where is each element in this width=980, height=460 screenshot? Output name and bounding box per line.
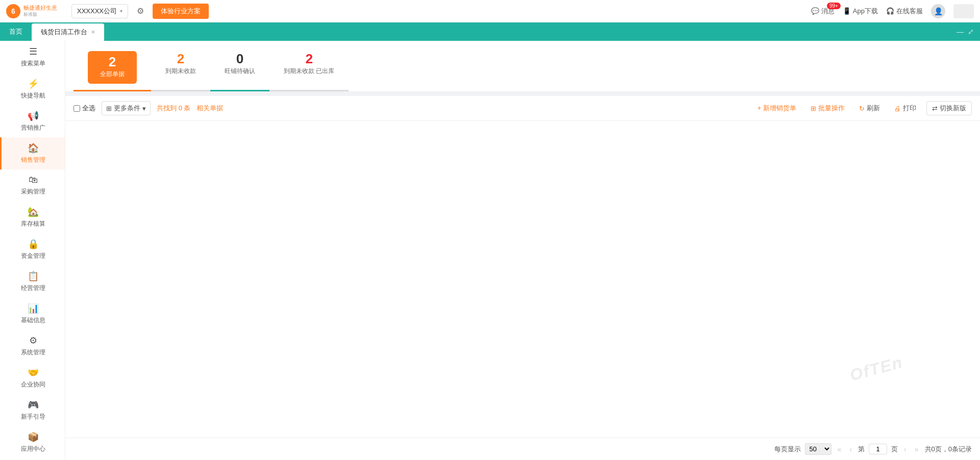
logo-text-block: 畅捷通好生意 标准版 [23,4,57,18]
batch-ops-button[interactable]: ⊞ 批量操作 [806,102,849,115]
home-tab-label: 首页 [9,27,22,36]
sidebar-search-menu-label: 搜索菜单 [21,59,45,68]
capital-mgmt-icon: 🔒 [28,238,39,250]
guide-icon: 🎮 [28,399,39,410]
tab-cash-flow[interactable]: 钱货日清工作台 × [32,23,104,41]
app-name: 畅捷通好生意 [23,4,57,11]
basic-info-icon: 📊 [28,303,39,314]
sidebar-item-marketing[interactable]: 📢 营销推广 [0,105,65,137]
sidebar-capital-mgmt-label: 资金管理 [21,252,45,260]
toolbar: 全选 ⊞ 更多条件 ▾ 共找到 0 条 相关单据 + 新增销货单 ⊞ 批量操作 [65,96,980,121]
stat-tab-overdue-unshipped[interactable]: 2 到期未收款 已出库 [270,47,349,91]
stat-label-all: 全部单据 [100,70,125,79]
stat-tab-wangpu[interactable]: 0 旺铺待确认 [210,47,270,91]
filter-chevron-icon: ▾ [142,105,146,112]
sidebar-item-inventory[interactable]: 🏡 库存核算 [0,201,65,233]
avatar[interactable]: 👤 [931,4,945,18]
tab-home[interactable]: 首页 [0,22,32,41]
maximize-icon[interactable]: ⤢ [968,28,974,36]
switch-icon: ⇄ [932,105,938,112]
sidebar-item-guide[interactable]: 🎮 新手引导 [0,394,65,426]
chevron-down-icon: ▾ [120,8,122,14]
prev-page-button[interactable]: ‹ [847,444,854,454]
stat-tab-overdue-unpaid[interactable]: 2 到期未收款 [151,47,210,91]
pagination: 每页显示 50 10 20 100 « ‹ 第 页 › » 共0页，0条记录 [65,438,980,460]
print-button[interactable]: 🖨 打印 [890,102,920,115]
online-service-button[interactable]: 🎧 在线客服 [886,7,923,16]
minimize-icon[interactable]: — [957,28,964,36]
user-info-block[interactable] [953,4,974,18]
purchase-mgmt-icon: 🛍 [29,175,38,185]
next-page-button[interactable]: › [902,444,909,454]
app-center-icon: 📦 [28,431,39,443]
sidebar-sys-mgmt-label: 系统管理 [21,348,45,357]
related-bill-btn[interactable]: 相关单据 [197,104,223,113]
sidebar-item-enterprise[interactable]: 🤝 企业协同 [0,362,65,394]
refresh-button[interactable]: ↻ 刷新 [855,102,884,115]
found-count-value: 0 [179,104,182,112]
enterprise-icon: 🤝 [28,367,39,378]
switch-label: 切换新版 [940,104,966,113]
stats-tabs: 2 全部单据 2 到期未收款 0 旺铺待确认 2 到期未收款 已出库 [65,41,980,92]
sidebar-item-sys-mgmt[interactable]: ⚙ 系统管理 [0,330,65,362]
logo-area: 6 畅捷通好生意 标准版 [6,4,71,18]
experience-button[interactable]: 体验行业方案 [153,4,209,19]
batch-ops-label: 批量操作 [818,104,845,113]
new-sale-button[interactable]: + 新增销货单 [753,102,800,115]
total-info: 共0页，0条记录 [925,445,972,454]
sidebar-basic-info-label: 基础信息 [21,316,45,325]
batch-ops-icon: ⊞ [811,105,816,112]
sidebar-item-search-menu[interactable]: ☰ 搜索菜单 [0,41,65,73]
sidebar-inventory-label: 库存核算 [21,220,45,228]
company-selector[interactable]: XXXXXX公司 ▾ [71,4,128,18]
company-name: XXXXXX公司 [77,7,117,16]
stat-label-unshipped: 到期未收款 已出库 [284,67,334,76]
per-page-select[interactable]: 50 10 20 100 [805,443,831,455]
operations-icon: 📋 [28,271,39,282]
current-page-input[interactable] [869,444,887,454]
select-all-input[interactable] [74,105,80,112]
stat-num-unshipped: 2 [305,51,312,67]
stat-num-overdue: 2 [177,51,184,67]
sidebar-item-sales-mgmt[interactable]: 🏠 销售管理 [0,137,65,170]
sidebar-marketing-label: 营销推广 [21,124,45,132]
sidebar-item-purchase-mgmt[interactable]: 🛍 采购管理 [0,170,65,201]
download-icon: 📱 [843,7,851,15]
print-icon: 🖨 [894,105,901,112]
nav-tab-controls: — ⤢ [957,28,980,36]
select-all-checkbox[interactable]: 全选 [74,104,95,113]
more-conditions-button[interactable]: ⊞ 更多条件 ▾ [102,101,151,115]
refresh-label: 刷新 [867,104,880,113]
marketing-icon: 📢 [28,110,39,122]
sidebar-enterprise-label: 企业协同 [21,380,45,389]
inventory-icon: 🏡 [28,206,39,217]
stat-tab-all[interactable]: 2 全部单据 [74,47,151,91]
app-download-label: App下载 [853,7,878,16]
app-download-button[interactable]: 📱 App下载 [843,7,878,16]
per-page-label: 每页显示 [774,445,801,454]
stat-num-wangpu: 0 [236,51,243,67]
content-area: 2 全部单据 2 到期未收款 0 旺铺待确认 2 到期未收款 已出库 [65,41,980,460]
last-page-button[interactable]: » [913,444,921,454]
settings-button[interactable]: ⚙ [132,3,149,19]
sidebar-item-operations[interactable]: 📋 经营管理 [0,265,65,298]
found-prefix: 共找到 [157,104,177,112]
sidebar-item-app-center[interactable]: 📦 应用中心 [0,426,65,458]
toolbar-right: + 新增销货单 ⊞ 批量操作 ↻ 刷新 🖨 打印 ⇄ 切换新版 [753,101,972,115]
message-icon: 💬 [811,7,819,15]
sidebar-purchase-mgmt-label: 采购管理 [21,187,45,196]
print-label: 打印 [903,104,916,113]
cash-flow-tab-label: 钱货日清工作台 [41,28,87,37]
filter-icon: ⊞ [106,105,112,112]
sidebar-app-center-label: 应用中心 [21,445,45,453]
message-button[interactable]: 💬 消息 99+ [811,7,835,16]
tab-close-icon[interactable]: × [91,29,95,36]
top-header: 6 畅捷通好生意 标准版 XXXXXX公司 ▾ ⚙ 体验行业方案 💬 消息 99… [0,0,980,22]
sidebar-item-basic-info[interactable]: 📊 基础信息 [0,298,65,330]
select-all-label: 全选 [82,104,95,113]
sidebar-item-quick-nav[interactable]: ⚡ 快捷导航 [0,73,65,105]
sidebar-item-capital-mgmt[interactable]: 🔒 资金管理 [0,233,65,265]
switch-version-button[interactable]: ⇄ 切换新版 [926,101,972,115]
service-icon: 🎧 [886,7,894,15]
first-page-button[interactable]: « [836,444,844,454]
